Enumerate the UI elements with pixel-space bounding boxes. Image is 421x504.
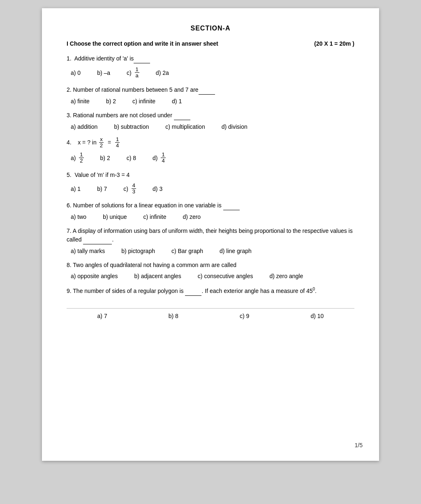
q8-option-c: c) consecutive angles bbox=[198, 273, 253, 279]
bottom-option-b: b) 8 bbox=[169, 313, 178, 319]
instruction-text: I Choose the correct option and write it… bbox=[67, 40, 218, 47]
q8-option-b: b) adjacent angles bbox=[134, 273, 181, 279]
question-3: 3. Rational numbers are not closed under… bbox=[67, 111, 354, 130]
q2-options: a) finite b) 2 c) infinite d) 1 bbox=[67, 98, 354, 105]
q3-option-a: a) addition bbox=[71, 123, 97, 130]
q3-options: a) addition b) subtraction c) multiplica… bbox=[67, 123, 354, 130]
q2-option-c: c) infinite bbox=[132, 98, 155, 105]
bottom-option-a: a) 7 bbox=[97, 313, 107, 319]
q4-text: 4. x = ? in x 2 = 1 4 bbox=[67, 137, 354, 149]
q6-option-a: a) two bbox=[71, 214, 86, 220]
q4-option-d: d) 1 4 bbox=[153, 152, 166, 164]
instruction-row: I Choose the correct option and write it… bbox=[67, 40, 354, 47]
q5-text: 5. Value of 'm' if m-3 = 4 bbox=[67, 171, 354, 179]
q1-text: 1. Additive identity of 'a' is bbox=[67, 54, 354, 63]
q5-options: a) 1 b) 7 c) 4 3 d) 3 bbox=[67, 183, 354, 195]
question-8: 8. Two angles of quadrilateral not havin… bbox=[67, 261, 354, 279]
question-6: 6. Number of solutions for a linear equa… bbox=[67, 201, 354, 220]
q3-option-d: d) division bbox=[222, 123, 248, 130]
q8-option-d: d) zero angle bbox=[269, 273, 303, 279]
q6-options: a) two b) unique c) infinite d) zero bbox=[67, 214, 354, 220]
q1-option-d: d) 2a bbox=[156, 70, 169, 76]
question-7: 7. A display of information using bars o… bbox=[67, 227, 354, 254]
q4-option-b: b) 2 bbox=[100, 155, 110, 161]
q7-option-d: d) line graph bbox=[220, 248, 252, 254]
page-number: 1/5 bbox=[355, 442, 363, 448]
q4-option-a: a) 1 2 bbox=[71, 152, 84, 164]
q8-options: a) opposite angles b) adjacent angles c)… bbox=[67, 273, 354, 279]
q2-text: 2. Number of rational numbers between 5 … bbox=[67, 86, 354, 95]
question-1: 1. Additive identity of 'a' is a) 0 b) –… bbox=[67, 54, 354, 79]
q2-option-a: a) finite bbox=[71, 98, 90, 105]
question-9: 9. The number of sides of a regular poly… bbox=[67, 286, 354, 296]
q7-option-a: a) tally marks bbox=[71, 248, 105, 254]
q2-option-d: d) 1 bbox=[172, 98, 182, 105]
bottom-options: a) 7 b) 8 c) 9 d) 10 bbox=[67, 308, 354, 319]
q5-option-b: b) 7 bbox=[97, 186, 107, 192]
q6-option-b: b) unique bbox=[103, 214, 127, 220]
q3-text: 3. Rational numbers are not closed under bbox=[67, 111, 354, 120]
q7-option-b: b) pictograph bbox=[121, 248, 155, 254]
q1-option-c: c) 1 a bbox=[127, 67, 139, 79]
q7-options: a) tally marks b) pictograph c) Bar grap… bbox=[67, 248, 354, 254]
q2-option-b: b) 2 bbox=[106, 98, 116, 105]
question-4: 4. x = ? in x 2 = 1 4 a) 1 2 b) 2 c) 8 d… bbox=[67, 137, 354, 164]
bottom-option-d: d) 10 bbox=[310, 313, 324, 319]
q5-option-d: d) 3 bbox=[153, 186, 162, 192]
q6-option-c: c) infinite bbox=[143, 214, 167, 220]
q6-text: 6. Number of solutions for a linear equa… bbox=[67, 201, 354, 210]
q7-option-c: c) Bar graph bbox=[171, 248, 203, 254]
q6-option-d: d) zero bbox=[183, 214, 201, 220]
q3-option-b: b) subtraction bbox=[114, 123, 149, 130]
bottom-option-c: c) 9 bbox=[240, 313, 249, 319]
q8-option-a: a) opposite angles bbox=[71, 273, 118, 279]
q9-text: 9. The number of sides of a regular poly… bbox=[67, 286, 354, 296]
q5-option-c: c) 4 3 bbox=[123, 183, 136, 195]
question-2: 2. Number of rational numbers between 5 … bbox=[67, 86, 354, 105]
q5-option-a: a) 1 bbox=[71, 186, 81, 192]
q1-option-a: a) 0 bbox=[71, 70, 81, 76]
q1-options: a) 0 b) –a c) 1 a d) 2a bbox=[67, 67, 354, 79]
marks-text: (20 X 1 = 20m ) bbox=[314, 40, 354, 47]
section-title: SECTION-A bbox=[67, 25, 354, 32]
q4-option-c: c) 8 bbox=[127, 155, 136, 161]
question-5: 5. Value of 'm' if m-3 = 4 a) 1 b) 7 c) … bbox=[67, 171, 354, 195]
exam-page: SECTION-A I Choose the correct option an… bbox=[42, 8, 379, 461]
q7-text: 7. A display of information using bars o… bbox=[67, 227, 354, 244]
q3-option-c: c) multiplication bbox=[165, 123, 205, 130]
q8-text: 8. Two angles of quadrilateral not havin… bbox=[67, 261, 354, 269]
q4-options: a) 1 2 b) 2 c) 8 d) 1 4 bbox=[67, 152, 354, 164]
q1-option-b: b) –a bbox=[97, 70, 110, 76]
